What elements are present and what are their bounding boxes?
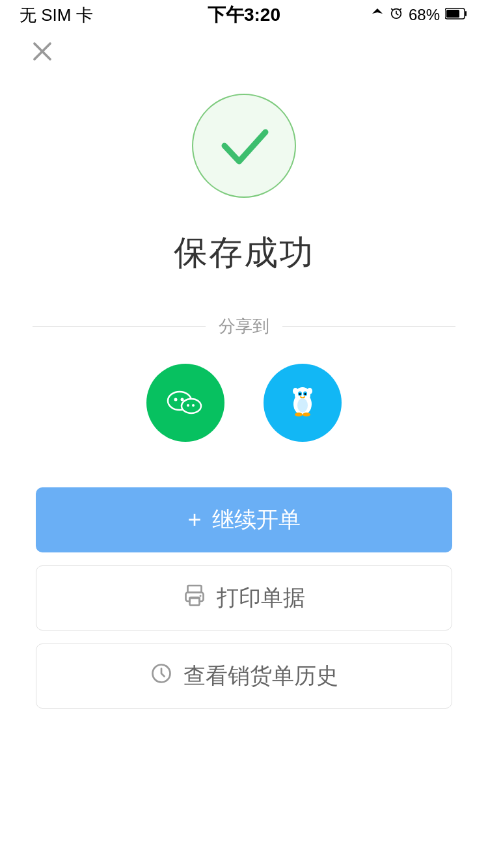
battery-label: 68% xyxy=(409,6,440,24)
svg-point-9 xyxy=(187,404,189,407)
plus-icon: + xyxy=(187,506,201,534)
checkmark-icon xyxy=(215,116,273,175)
svg-point-15 xyxy=(299,393,301,395)
close-button[interactable] xyxy=(26,35,59,68)
svg-rect-22 xyxy=(188,586,202,593)
history-button[interactable]: 查看销货单历史 xyxy=(36,644,452,709)
svg-point-24 xyxy=(200,595,202,597)
svg-point-21 xyxy=(307,388,312,394)
location-icon xyxy=(371,6,384,24)
success-title: 保存成功 xyxy=(174,230,314,276)
svg-point-20 xyxy=(293,388,298,394)
share-label: 分享到 xyxy=(206,315,282,338)
print-button[interactable]: 打印单据 xyxy=(36,565,452,631)
history-label: 查看销货单历史 xyxy=(183,661,338,691)
svg-point-19 xyxy=(297,398,308,413)
printer-icon xyxy=(183,584,206,612)
share-icons xyxy=(146,364,342,442)
continue-label: 继续开单 xyxy=(212,505,301,535)
battery-icon xyxy=(445,6,468,24)
continue-button[interactable]: + 继续开单 xyxy=(36,487,452,552)
svg-point-17 xyxy=(295,413,303,416)
status-time: 下午3:20 xyxy=(208,3,280,27)
success-circle xyxy=(192,94,296,198)
share-section: 分享到 xyxy=(0,315,488,442)
status-right: 68% xyxy=(371,6,468,24)
history-icon xyxy=(150,662,173,690)
svg-rect-2 xyxy=(446,10,459,18)
share-divider: 分享到 xyxy=(0,315,488,338)
print-label: 打印单据 xyxy=(217,583,305,613)
svg-point-6 xyxy=(182,399,201,413)
svg-point-18 xyxy=(303,413,310,416)
svg-point-8 xyxy=(181,398,184,401)
qq-share-button[interactable] xyxy=(264,364,342,442)
no-sim-label: 无 SIM 卡 xyxy=(20,4,93,27)
svg-point-16 xyxy=(305,393,306,395)
main-content: 保存成功 分享到 xyxy=(0,29,488,709)
alarm-icon xyxy=(389,6,403,24)
svg-point-10 xyxy=(192,404,195,407)
status-left: 无 SIM 卡 xyxy=(20,4,100,27)
actions: + 继续开单 打印单据 查看销货单历史 xyxy=(36,487,452,709)
status-bar: 无 SIM 卡 下午3:20 68% xyxy=(0,0,488,29)
svg-point-7 xyxy=(174,398,178,401)
wechat-share-button[interactable] xyxy=(146,364,224,442)
